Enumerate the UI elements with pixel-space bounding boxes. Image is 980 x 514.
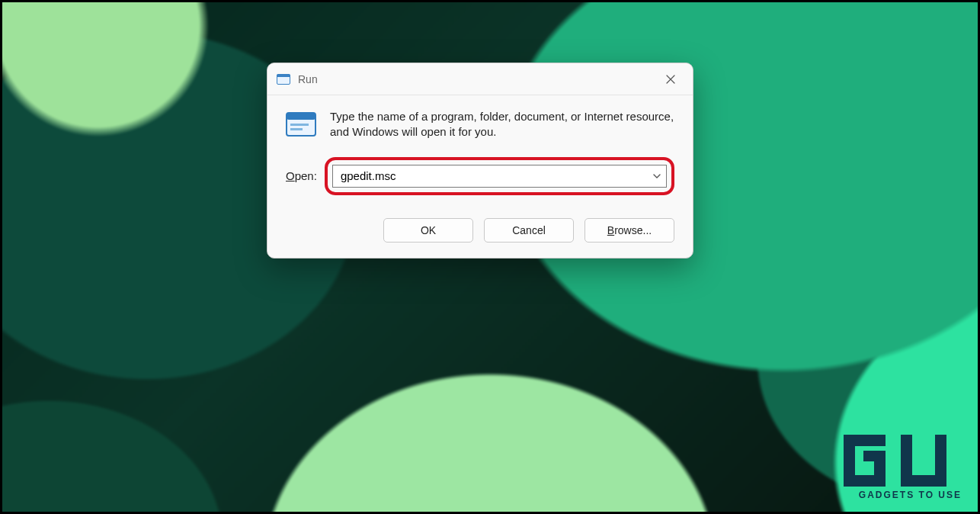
run-icon (286, 112, 316, 137)
close-icon (666, 75, 675, 84)
chevron-down-icon (652, 172, 661, 181)
watermark-logo (840, 426, 962, 487)
watermark: GADGETS TO USE (840, 426, 962, 500)
close-button[interactable] (653, 67, 688, 92)
svg-rect-3 (287, 113, 315, 120)
input-highlight-annotation (325, 157, 674, 195)
svg-rect-4 (290, 124, 309, 126)
titlebar[interactable]: Run (267, 63, 693, 95)
dialog-title: Run (298, 73, 318, 85)
dialog-button-row: OK Cancel Browse... (267, 201, 693, 258)
watermark-tagline: GADGETS TO USE (840, 490, 962, 500)
run-app-icon (277, 74, 290, 85)
open-input[interactable] (333, 169, 648, 182)
combobox-dropdown-button[interactable] (648, 172, 666, 181)
open-combobox[interactable] (332, 165, 667, 188)
ok-button[interactable]: OK (383, 218, 473, 243)
browse-button[interactable]: Browse... (584, 218, 674, 243)
open-label: Open: (286, 169, 317, 182)
dialog-description: Type the name of a program, folder, docu… (330, 109, 674, 140)
cancel-button[interactable]: Cancel (484, 218, 574, 243)
svg-rect-1 (277, 74, 290, 77)
run-dialog: Run Type the name of a program, folder, … (267, 63, 693, 259)
svg-rect-5 (290, 128, 303, 130)
